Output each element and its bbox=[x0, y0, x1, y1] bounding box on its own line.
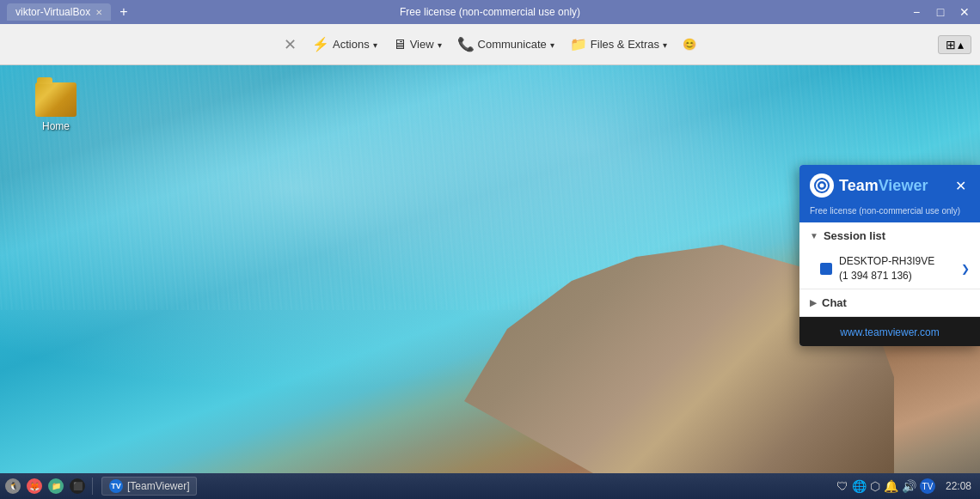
taskbar-terminal-icon[interactable]: ⬛ bbox=[68, 477, 87, 496]
toolbar-expand-button[interactable]: ⊞ ▴ bbox=[938, 35, 971, 54]
new-tab-button[interactable]: + bbox=[116, 4, 131, 20]
taskbar-right: 🛡 🌐 ⬡ 🔔 🔊 TV 22:08 bbox=[836, 478, 977, 494]
expand-chevron-icon: ▴ bbox=[958, 38, 964, 52]
taskbar-separator bbox=[92, 478, 93, 495]
session-list-expand-icon: ▼ bbox=[810, 231, 818, 240]
taskbar-start-area: 🐧 🦊 📁 ⬛ TV [TeamViewer] bbox=[3, 477, 197, 496]
home-folder-icon bbox=[35, 82, 77, 117]
toolbar-communicate-button[interactable]: 📞 Communicate bbox=[450, 33, 561, 56]
window-controls: − □ ✕ bbox=[908, 3, 973, 21]
tv-session-list-header[interactable]: ▼ Session list bbox=[799, 222, 980, 249]
toolbar-files-button[interactable]: 📁 Files & Extras bbox=[563, 33, 674, 56]
session-arrow-icon: ❯ bbox=[961, 263, 970, 275]
terminal-icon: ⬛ bbox=[70, 478, 85, 494]
taskbar-files-icon[interactable]: 📁 bbox=[46, 477, 65, 496]
actions-chevron-icon bbox=[373, 38, 377, 51]
close-button[interactable]: ✕ bbox=[956, 3, 973, 21]
tv-session-item[interactable]: DESKTOP-RH3I9VE (1 394 871 136) ❯ bbox=[799, 249, 980, 289]
view-icon: 🖥 bbox=[393, 37, 407, 52]
toolbar-actions-button[interactable]: ⚡ Actions bbox=[305, 33, 384, 56]
tv-close-button[interactable]: ✕ bbox=[952, 176, 970, 196]
tv-session-section: ▼ Session list DESKTOP-RH3I9VE (1 394 87… bbox=[799, 222, 980, 289]
toolbar-right-area: ⊞ ▴ bbox=[938, 35, 971, 54]
teamviewer-tray-icon[interactable]: TV bbox=[920, 478, 935, 494]
toolbar-emoji-button[interactable]: 😊 bbox=[676, 34, 703, 54]
titlebar-license: Free license (non-commercial use only) bbox=[400, 6, 580, 18]
taskbar-teamviewer-app[interactable]: TV [TeamViewer] bbox=[101, 477, 197, 496]
tv-footer: www.teamviewer.com bbox=[799, 317, 980, 346]
tv-chat-section: ▶ Chat bbox=[799, 289, 980, 317]
tv-header: TeamViewer ✕ bbox=[799, 165, 980, 206]
system-tray-icons: 🛡 🌐 ⬡ 🔔 🔊 TV bbox=[836, 478, 935, 494]
teamviewer-taskbar-icon: TV bbox=[109, 479, 123, 493]
tv-logo-icon bbox=[810, 173, 834, 198]
taskbar: 🐧 🦊 📁 ⬛ TV [TeamViewer] 🛡 🌐 ⬡ 🔔 🔊 TV 22:… bbox=[0, 473, 980, 499]
taskbar-clock: 22:08 bbox=[940, 480, 977, 492]
vbox-toolbar: ✕ ⚡ Actions 🖥 View 📞 Communicate 📁 Files… bbox=[0, 24, 980, 65]
home-icon-label: Home bbox=[42, 120, 70, 132]
files-taskbar-icon: 📁 bbox=[48, 478, 64, 494]
virtualbox-titlebar: viktor-VirtualBox ✕ + Free license (non-… bbox=[0, 0, 980, 24]
teamviewer-logo-svg bbox=[813, 177, 830, 194]
communicate-chevron-icon bbox=[550, 38, 554, 51]
tv-title: TeamViewer bbox=[839, 177, 928, 195]
chat-label: Chat bbox=[822, 296, 847, 309]
network-icon[interactable]: 🌐 bbox=[852, 479, 867, 493]
taskbar-linux-icon[interactable]: 🐧 bbox=[3, 477, 22, 496]
communicate-icon: 📞 bbox=[457, 36, 475, 52]
svg-point-2 bbox=[820, 184, 824, 188]
tv-logo-area: TeamViewer bbox=[810, 173, 928, 198]
tab-label: viktor-VirtualBox bbox=[15, 6, 90, 18]
session-name: DESKTOP-RH3I9VE (1 394 871 136) bbox=[839, 254, 954, 283]
tv-chat-header[interactable]: ▶ Chat bbox=[799, 289, 980, 316]
titlebar-left: viktor-VirtualBox ✕ + bbox=[7, 3, 131, 21]
linux-logo-icon: 🐧 bbox=[5, 478, 21, 494]
desktop: Home ❮ TeamViewer ✕ Free license (non-co… bbox=[0, 65, 980, 473]
view-chevron-icon bbox=[438, 38, 442, 51]
volume-icon[interactable]: 🔊 bbox=[902, 479, 916, 493]
tv-footer-link[interactable]: www.teamviewer.com bbox=[840, 326, 939, 338]
maximize-button[interactable]: □ bbox=[932, 3, 949, 21]
taskbar-firefox-icon[interactable]: 🦊 bbox=[25, 477, 44, 496]
chat-expand-icon: ▶ bbox=[810, 298, 817, 307]
shield-icon[interactable]: 🛡 bbox=[836, 479, 848, 493]
minimize-button[interactable]: − bbox=[908, 3, 925, 21]
toolbar-close-button[interactable]: ✕ bbox=[277, 32, 303, 58]
tv-subtitle: Free license (non-commercial use only) bbox=[799, 206, 980, 222]
files-icon: 📁 bbox=[570, 36, 587, 52]
actions-icon: ⚡ bbox=[312, 36, 329, 52]
bluetooth-icon[interactable]: ⬡ bbox=[870, 479, 880, 493]
tab-close-icon[interactable]: ✕ bbox=[95, 8, 102, 17]
taskbar-app-label: [TeamViewer] bbox=[127, 480, 189, 492]
session-list-label: Session list bbox=[824, 229, 885, 242]
bell-icon[interactable]: 🔔 bbox=[884, 479, 898, 493]
firefox-icon: 🦊 bbox=[27, 478, 42, 494]
teamviewer-panel: ❮ TeamViewer ✕ Free license (non-commerc… bbox=[799, 165, 980, 346]
expand-grid-icon: ⊞ bbox=[946, 38, 956, 52]
desktop-icon-home[interactable]: Home bbox=[26, 82, 86, 132]
session-status-dot bbox=[820, 263, 832, 275]
virtualbox-tab[interactable]: viktor-VirtualBox ✕ bbox=[7, 3, 111, 21]
files-chevron-icon bbox=[663, 38, 667, 51]
toolbar-view-button[interactable]: 🖥 View bbox=[386, 33, 449, 56]
